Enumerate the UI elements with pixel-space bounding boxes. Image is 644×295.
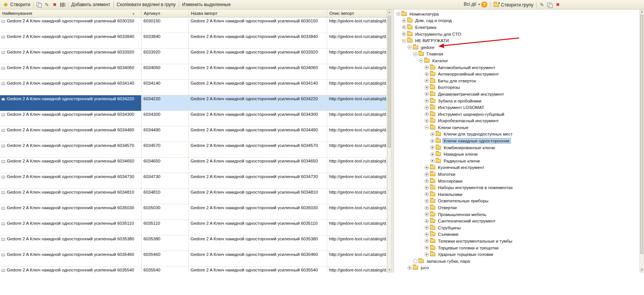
scroll-down-icon[interactable]: ▼ xyxy=(387,268,391,272)
cell-import[interactable]: Gedore 2 A Ключ накидной односторонний у… xyxy=(189,251,327,267)
cell-article[interactable]: 6034220 xyxy=(142,95,189,111)
expand-icon[interactable] xyxy=(425,186,429,190)
tree-copy-button[interactable] xyxy=(546,1,554,9)
table-row[interactable]: Gedore 2 A Ключ накидной односторонний у… xyxy=(0,49,387,64)
cell-desc[interactable]: http://gedore-tool.ru/catalog/d... xyxy=(327,49,387,64)
copy-selected-to-group-button[interactable]: Скопіювати виділені в групу xyxy=(115,1,178,8)
cell-name[interactable]: Gedore 2 A Ключ накидной односторонний у… xyxy=(0,235,142,251)
tree-item[interactable]: Главная xyxy=(394,51,639,58)
cell-import[interactable]: Gedore 2 A Ключ накидной односторонний у… xyxy=(189,267,327,273)
cell-name[interactable]: Gedore 2 A Ключ накидной односторонний у… xyxy=(0,126,142,142)
cell-article[interactable]: 6034490 xyxy=(142,126,189,142)
cell-name[interactable]: Gedore 2 A Ключ накидной односторонний у… xyxy=(0,251,142,267)
cell-desc[interactable]: http://gedore-tool.ru/catalog/d... xyxy=(327,204,387,220)
cell-desc[interactable]: http://gedore-tool.ru/catalog/d... xyxy=(327,251,387,267)
expand-icon[interactable] xyxy=(425,106,429,110)
tree-item[interactable]: Автомобильный инструмент xyxy=(394,64,639,71)
tree-item[interactable]: Ключи гаечные xyxy=(394,124,639,131)
table-row[interactable]: Gedore 2 A Ключ накидной односторонний у… xyxy=(0,235,387,251)
table-row[interactable]: Gedore 2 A Ключ накидной односторонний у… xyxy=(0,173,387,189)
cell-name[interactable]: Gedore 2 A Ключ накидной односторонний у… xyxy=(0,49,142,64)
cell-name[interactable]: Gedore 2 A Ключ накидной односторонний у… xyxy=(0,111,142,126)
cell-article[interactable]: 6034810 xyxy=(142,189,189,204)
tree-edit-button[interactable]: ✎ xyxy=(538,1,546,9)
tree-item[interactable]: Съемники xyxy=(394,231,639,238)
create-button[interactable]: ✱ Створити xyxy=(1,1,32,8)
tree-item[interactable]: Сантехнический инструмент xyxy=(394,218,639,224)
tree-item[interactable]: Накидные ключи xyxy=(394,151,639,158)
cell-article[interactable]: 6030150 xyxy=(142,17,189,33)
expand-icon[interactable] xyxy=(425,199,429,203)
cell-article[interactable]: 6035030 xyxy=(142,204,189,220)
cell-name[interactable]: Gedore 2 A Ключ накидной односторонний у… xyxy=(0,17,142,33)
scroll-up-icon[interactable]: ▲ xyxy=(640,9,644,14)
expand-icon[interactable] xyxy=(430,159,435,163)
cell-name[interactable]: Gedore 2 A Ключ накидной односторонний у… xyxy=(0,173,142,189)
column-header-import-desc[interactable]: Опис імпорт xyxy=(327,9,387,17)
expand-icon[interactable] xyxy=(425,226,429,230)
table-row[interactable]: Gedore 2 A Ключ накидной односторонний у… xyxy=(0,80,387,95)
cell-name[interactable]: Gedore 2 A Ключ накидной односторонний у… xyxy=(0,95,142,111)
cell-import[interactable]: Gedore 2 A Ключ накидной односторонний у… xyxy=(189,17,327,33)
cell-import[interactable]: Gedore 2 A Ключ накидной односторонний у… xyxy=(189,49,327,64)
tree-item[interactable]: Тележки инструментальные и тумбы xyxy=(394,238,639,245)
tree-item[interactable]: Антикоррозийный инструмент xyxy=(394,71,639,77)
expand-icon[interactable] xyxy=(425,219,429,223)
cell-article[interactable]: 6035380 xyxy=(142,235,189,251)
expand-icon[interactable] xyxy=(425,92,429,96)
expand-icon[interactable] xyxy=(425,239,429,243)
tree-item[interactable]: Осветительные приборы xyxy=(394,198,639,205)
cell-desc[interactable]: http://gedore-tool.ru/catalog/d... xyxy=(327,220,387,235)
collapse-icon[interactable] xyxy=(413,52,417,56)
column-header-article[interactable]: Артикул xyxy=(142,9,189,17)
cell-import[interactable]: Gedore 2 A Ключ накидной односторонний у… xyxy=(189,189,327,204)
expand-icon[interactable] xyxy=(425,172,429,177)
cell-desc[interactable]: http://gedore-tool.ru/catalog/d... xyxy=(327,111,387,126)
expand-icon[interactable] xyxy=(425,166,429,170)
add-element-button[interactable]: Добавить элемент xyxy=(69,1,112,8)
expand-icon[interactable] xyxy=(430,132,435,136)
tree-item[interactable]: Торцевые головки и трещотки xyxy=(394,245,639,251)
tree-item[interactable]: gedore xyxy=(394,44,639,51)
table-row[interactable]: Gedore 2 A Ключ накидной односторонний у… xyxy=(0,126,387,142)
cell-name[interactable]: Gedore 2 A Ключ накидной односторонний у… xyxy=(0,189,142,204)
cell-name[interactable]: Gedore 2 A Ключ накидной односторонний у… xyxy=(0,158,142,173)
tree-item[interactable]: Каталог xyxy=(394,57,639,64)
cell-name[interactable]: Gedore 2 A Ключ накидной односторонний у… xyxy=(0,64,142,80)
cell-desc[interactable]: http://gedore-tool.ru/catalog/d... xyxy=(327,235,387,251)
cell-desc[interactable]: http://gedore-tool.ru/catalog/d... xyxy=(327,189,387,204)
barcode-button[interactable] xyxy=(59,1,67,8)
tree-item[interactable]: Ключи накидные односторонние xyxy=(394,137,639,144)
cell-article[interactable]: 6034300 xyxy=(142,111,189,126)
table-row[interactable]: Gedore 2 A Ключ накидной односторонний у… xyxy=(0,95,387,111)
cell-name[interactable]: Gedore 2 A Ключ накидной односторонний у… xyxy=(0,142,142,158)
expand-icon[interactable] xyxy=(425,79,429,83)
collapse-icon[interactable] xyxy=(419,58,423,63)
cell-desc[interactable]: http://gedore-tool.ru/catalog/d... xyxy=(327,267,387,273)
column-header-import-name[interactable]: Назва імпорт xyxy=(189,9,327,17)
cell-import[interactable]: Gedore 2 A Ключ накидной односторонний у… xyxy=(189,80,327,95)
collapse-icon[interactable] xyxy=(402,39,406,43)
tree-item[interactable]: Промышленная мебель xyxy=(394,211,639,218)
cell-desc[interactable]: http://gedore-tool.ru/catalog/d... xyxy=(327,158,387,173)
tree-item[interactable]: Молотки xyxy=(394,171,639,178)
cell-name[interactable]: Gedore 2 A Ключ накидной односторонний у… xyxy=(0,220,142,235)
scrollbar-thumb[interactable] xyxy=(388,16,391,148)
tree-item[interactable]: Отвертки xyxy=(394,204,639,211)
cell-desc[interactable]: http://gedore-tool.ru/catalog/d... xyxy=(327,64,387,80)
cell-import[interactable]: Gedore 2 A Ключ накидной односторонний у… xyxy=(189,158,327,173)
expand-icon[interactable] xyxy=(402,25,406,29)
cell-import[interactable]: Gedore 2 A Ключ накидной односторонний у… xyxy=(189,64,327,80)
tree-item[interactable]: Радиусные ключи xyxy=(394,158,639,164)
tree-item[interactable]: Ударные торцевые головки xyxy=(394,251,639,258)
tree-item[interactable]: juco xyxy=(394,265,639,271)
tree-item[interactable]: Зубила и пробойники xyxy=(394,98,639,104)
expand-icon[interactable] xyxy=(425,65,429,69)
collapse-icon[interactable] xyxy=(425,125,429,129)
scroll-down-icon[interactable]: ▼ xyxy=(640,268,644,272)
cell-import[interactable]: Gedore 2 A Ключ накидной односторонний у… xyxy=(189,142,327,158)
table-row[interactable]: Gedore 2 A Ключ накидной односторонний у… xyxy=(0,267,387,273)
tree-item[interactable]: Инструмент шарнирно-губцевый xyxy=(394,111,639,118)
table-row[interactable]: Gedore 2 A Ключ накидной односторонний у… xyxy=(0,220,387,235)
table-row[interactable]: Gedore 2 A Ключ накидной односторонний у… xyxy=(0,17,387,33)
